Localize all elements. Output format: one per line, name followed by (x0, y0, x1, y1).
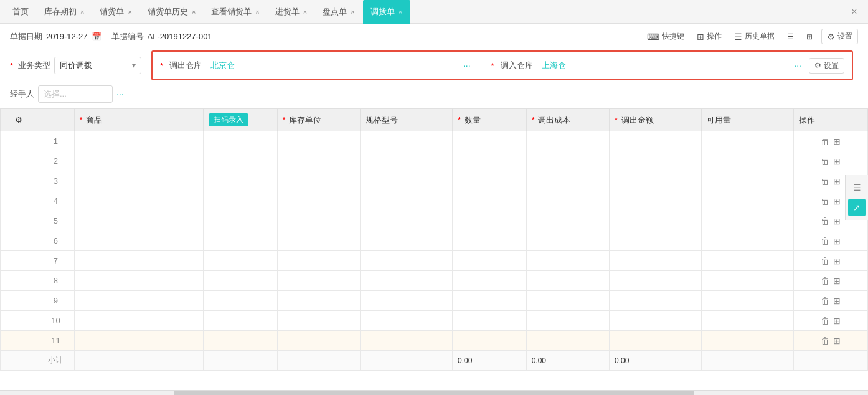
tab-sales-order-close[interactable]: × (128, 8, 131, 16)
row-spec-cell[interactable] (360, 191, 452, 211)
side-list-btn[interactable]: ☰ (848, 179, 866, 196)
row-amount-cell[interactable] (609, 231, 701, 251)
row-barcode-cell[interactable] (203, 251, 277, 271)
row-barcode-cell[interactable] (203, 271, 277, 291)
row-qty-cell[interactable] (453, 131, 527, 151)
row-qty-cell[interactable] (453, 331, 527, 351)
row-amount-cell[interactable] (609, 271, 701, 291)
row-product-cell[interactable] (74, 331, 203, 351)
row-delete-button[interactable]: 🗑 (821, 296, 829, 306)
row-amount-cell[interactable] (609, 191, 701, 211)
side-external-btn[interactable]: ↗ (848, 199, 866, 216)
warehouse-settings-button[interactable]: ⚙ 设置 (809, 58, 844, 74)
tab-inventory-init-close[interactable]: × (80, 8, 84, 16)
view-toggle-2[interactable]: ⊞ (803, 31, 816, 43)
row-qty-cell[interactable] (453, 211, 527, 231)
row-amount-cell[interactable] (609, 251, 701, 271)
scrollbar-thumb[interactable] (174, 391, 694, 395)
row-copy-button[interactable]: ⊞ (833, 236, 841, 246)
col-header-gear[interactable]: ⚙ (1, 109, 37, 131)
row-amount-cell[interactable] (609, 311, 701, 331)
row-cost-cell[interactable] (526, 311, 609, 331)
row-qty-cell[interactable] (453, 251, 527, 271)
row-product-cell[interactable] (74, 171, 203, 191)
row-avail-cell[interactable] (702, 231, 794, 251)
row-copy-button[interactable]: ⊞ (833, 256, 841, 266)
row-copy-button[interactable]: ⊞ (833, 216, 841, 226)
tab-view-sales[interactable]: 查看销货单 × (204, 0, 267, 24)
row-amount-cell[interactable] (609, 131, 701, 151)
row-product-cell[interactable] (74, 251, 203, 271)
row-delete-button[interactable]: 🗑 (821, 316, 829, 326)
row-cost-cell[interactable] (526, 291, 609, 311)
row-spec-cell[interactable] (360, 251, 452, 271)
row-cost-cell[interactable] (526, 271, 609, 291)
row-unit-cell[interactable] (277, 171, 360, 191)
row-spec-cell[interactable] (360, 231, 452, 251)
row-cost-cell[interactable] (526, 151, 609, 171)
row-spec-cell[interactable] (360, 151, 452, 171)
shortcut-button[interactable]: ⌨ 快捷键 (643, 29, 688, 44)
row-delete-button[interactable]: 🗑 (821, 216, 829, 226)
row-delete-button[interactable]: 🗑 (821, 156, 829, 166)
row-unit-cell[interactable] (277, 311, 360, 331)
row-unit-cell[interactable] (277, 271, 360, 291)
operation-button[interactable]: ⊞ 操作 (693, 29, 725, 44)
row-avail-cell[interactable] (702, 271, 794, 291)
tab-inventory-init[interactable]: 库存期初 × (37, 0, 92, 24)
row-qty-cell[interactable] (453, 231, 527, 251)
row-barcode-cell[interactable] (203, 331, 277, 351)
row-qty-cell[interactable] (453, 171, 527, 191)
row-avail-cell[interactable] (702, 171, 794, 191)
row-copy-button[interactable]: ⊞ (833, 156, 841, 166)
row-barcode-cell[interactable] (203, 171, 277, 191)
row-barcode-cell[interactable] (203, 231, 277, 251)
business-type-select[interactable]: 同价调拨 ▾ (54, 57, 141, 74)
row-avail-cell[interactable] (702, 151, 794, 171)
row-cost-cell[interactable] (526, 331, 609, 351)
row-avail-cell[interactable] (702, 311, 794, 331)
row-delete-button[interactable]: 🗑 (821, 236, 829, 246)
row-copy-button[interactable]: ⊞ (833, 176, 841, 186)
tab-purchase-close[interactable]: × (303, 8, 307, 16)
horizontal-scrollbar[interactable] (0, 390, 868, 395)
history-button[interactable]: ☰ 历史单据 (730, 29, 778, 44)
row-avail-cell[interactable] (702, 191, 794, 211)
row-product-cell[interactable] (74, 271, 203, 291)
row-spec-cell[interactable] (360, 131, 452, 151)
row-delete-button[interactable]: 🗑 (821, 336, 829, 346)
settings-button[interactable]: ⚙ 设置 (821, 29, 858, 44)
tab-stocktake[interactable]: 盘点单 × (315, 0, 362, 24)
row-cost-cell[interactable] (526, 211, 609, 231)
row-amount-cell[interactable] (609, 211, 701, 231)
row-delete-button[interactable]: 🗑 (821, 256, 829, 266)
row-amount-cell[interactable] (609, 331, 701, 351)
tab-purchase[interactable]: 进货单 × (268, 0, 315, 24)
row-product-cell[interactable] (74, 311, 203, 331)
tab-sales-order[interactable]: 销货单 × (92, 0, 139, 24)
row-spec-cell[interactable] (360, 311, 452, 331)
col-header-barcode[interactable]: 扫码录入 (203, 109, 277, 131)
row-unit-cell[interactable] (277, 331, 360, 351)
operator-input[interactable]: 选择... (38, 85, 113, 103)
row-copy-button[interactable]: ⊞ (833, 296, 841, 306)
row-unit-cell[interactable] (277, 251, 360, 271)
row-copy-button[interactable]: ⊞ (833, 336, 841, 346)
row-delete-button[interactable]: 🗑 (821, 136, 829, 146)
row-copy-button[interactable]: ⊞ (833, 276, 841, 286)
row-qty-cell[interactable] (453, 191, 527, 211)
row-barcode-cell[interactable] (203, 211, 277, 231)
row-avail-cell[interactable] (702, 331, 794, 351)
row-product-cell[interactable] (74, 131, 203, 151)
row-barcode-cell[interactable] (203, 131, 277, 151)
row-qty-cell[interactable] (453, 151, 527, 171)
row-product-cell[interactable] (74, 291, 203, 311)
row-copy-button[interactable]: ⊞ (833, 316, 841, 326)
row-qty-cell[interactable] (453, 291, 527, 311)
calendar-icon[interactable]: 📅 (92, 32, 101, 41)
row-avail-cell[interactable] (702, 131, 794, 151)
row-copy-button[interactable]: ⊞ (833, 196, 841, 206)
transfer-out-more-icon[interactable]: ··· (463, 60, 471, 70)
row-delete-button[interactable]: 🗑 (821, 196, 829, 206)
operator-more-icon[interactable]: ··· (116, 89, 124, 99)
